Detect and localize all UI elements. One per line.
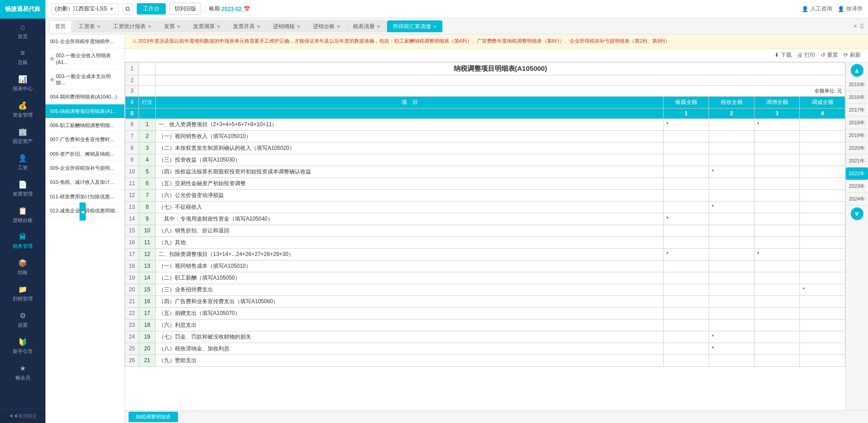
left-item-label: 005-纳税调整项目明细表(A1... xyxy=(50,108,117,114)
year-up-button[interactable]: ▲ xyxy=(851,64,863,77)
workbench-button[interactable]: 工作台 xyxy=(137,3,166,15)
year-item-2020[interactable]: 2020年 xyxy=(846,142,868,155)
left-item-6[interactable]: 007-广告费和业务宣传费时... xyxy=(45,133,124,147)
close-icon[interactable]: ✕ xyxy=(337,24,340,29)
close-icon[interactable]: ✕ xyxy=(177,24,180,29)
sidebar-item-sales[interactable]: 📋 进销台账 xyxy=(0,202,45,228)
collapse-panel-button[interactable]: ◀ xyxy=(79,202,86,221)
table-row: 8 3 （二）未按权责发生制原则确认的收入（填写A105020） xyxy=(125,142,845,154)
table-row: 10 5 （四）按权益法核算长期股权投资对初始投资成本调整确认收益 * xyxy=(125,166,845,177)
left-item-7[interactable]: 008-资产折旧、摊销及纳税... xyxy=(45,147,124,161)
table-row: 2 xyxy=(125,75,845,85)
tab-invoice-issue[interactable]: 发票开具 ✕ xyxy=(227,20,266,32)
year-item-2017[interactable]: 2017年 xyxy=(846,104,868,117)
topbar: (勿删）江西股宝-LSS ▼ ⧉ 工作台 切到旧版 账期 2023-02 📅 👤… xyxy=(45,0,868,18)
tab-tax-list-label: 税表清册 xyxy=(353,23,375,30)
support-button[interactable]: 👤 人工咨询 xyxy=(802,5,832,13)
sidebar-item-guide[interactable]: 🔰 新手引导 xyxy=(0,333,45,359)
sidebar-item-reports[interactable]: 📊 报表中心 xyxy=(0,70,45,97)
tab-salary-label: 工资表 xyxy=(79,23,95,30)
sidebar-item-invoice[interactable]: 📄 发票管理 xyxy=(0,176,45,202)
close-icon[interactable]: ✕ xyxy=(257,24,260,29)
sidebar-item-assets[interactable]: 🏢 固定资产 xyxy=(0,123,45,149)
year-item-2016[interactable]: 2016年 xyxy=(846,91,868,104)
year-down-button[interactable]: ▼ xyxy=(851,207,863,220)
tab-invoice-label: 发票 xyxy=(164,23,175,30)
tab-home-label: 首页 xyxy=(55,23,66,30)
ledger-icon: ≡ xyxy=(20,49,25,57)
user-menu[interactable]: 👤 徐泽华 xyxy=(838,5,863,13)
tab-close-all-icon[interactable]: ✕ xyxy=(853,23,858,30)
left-item-4[interactable]: 005-纳税调整项目明细表(A1... xyxy=(45,104,124,118)
close-icon[interactable]: ✕ xyxy=(97,24,100,29)
unpin-button[interactable]: ◀◀ 取消固定 xyxy=(0,409,45,423)
year-item-2018[interactable]: 2018年 xyxy=(846,117,868,129)
tab-salary[interactable]: 工资表 ✕ xyxy=(73,20,106,32)
table-row: 15 10 （八）销售折扣、折让和退回 xyxy=(125,225,845,236)
sidebar-item-ledger[interactable]: ≡ 总账 xyxy=(0,44,45,70)
close-icon[interactable]: ✕ xyxy=(433,24,436,29)
tab-sales-audit[interactable]: 进销稽核 ✕ xyxy=(267,20,306,32)
tabbar: 首页 工资表 ✕ 工资统计报表 ✕ 发票 ✕ 发票测算 ✕ 发票开具 ✕ 进销稽… xyxy=(45,18,868,34)
left-item-label: 009-企业所得税弥补亏损明... xyxy=(50,165,114,171)
left-item-10[interactable]: 011-研发费用加计扣除优惠... xyxy=(45,190,124,204)
sub-header-row: 5 1 2 3 4 xyxy=(125,108,845,118)
download-icon: ⬇ xyxy=(774,52,779,58)
tab-more-icon[interactable]: ☰ xyxy=(859,23,864,30)
copy-icon[interactable]: ⧉ xyxy=(122,3,133,15)
year-nav-down: ▼ xyxy=(846,206,868,222)
tab-invoice-calc[interactable]: 发票测算 ✕ xyxy=(187,20,226,32)
close-icon[interactable]: ✕ xyxy=(148,24,151,29)
tab-home[interactable]: 首页 xyxy=(49,20,72,32)
bottom-tab-tax-adjust[interactable]: 纳税调整明细表 xyxy=(129,412,178,422)
switch-old-button[interactable]: 切到旧版 xyxy=(169,3,201,15)
close-icon[interactable]: ✕ xyxy=(297,24,300,29)
error-icon: ⊗ xyxy=(50,55,54,62)
year-item-2023[interactable]: 2023年 xyxy=(846,180,868,193)
year-nav-up: ▲ xyxy=(846,62,868,79)
app-logo: 畅捷通易代账 xyxy=(0,0,45,19)
left-item-8[interactable]: 009-企业所得税弥补亏损明... xyxy=(45,161,124,175)
company-selector[interactable]: (勿删）江西股宝-LSS ▼ xyxy=(51,3,119,15)
table-row: 20 15 （三）业务招待费支出 * xyxy=(125,284,845,295)
year-item-2019[interactable]: 2019年 xyxy=(846,129,868,142)
sidebar-item-home[interactable]: ⌂ 首页 xyxy=(0,19,45,44)
tab-sales-ledger[interactable]: 进销台账 ✕ xyxy=(307,20,346,32)
year-item-2015[interactable]: 2015年 xyxy=(846,79,868,91)
close-icon[interactable]: ✕ xyxy=(217,24,220,29)
sidebar-item-archive[interactable]: 📁 归档管理 xyxy=(0,280,45,307)
left-item-0[interactable]: 001-企业所得税年度纳税申... xyxy=(45,34,124,49)
refresh-button[interactable]: ⟳ 刷新 xyxy=(843,51,861,59)
calendar-icon[interactable]: 📅 xyxy=(243,6,250,12)
left-item-2[interactable]: ⊗ 003-一般企业成本支出明细... xyxy=(45,69,124,90)
year-item-2024[interactable]: 2024年 xyxy=(846,193,868,206)
left-item-9[interactable]: 010-免税、减计收入及加计... xyxy=(45,175,124,189)
finance-icon: 💰 xyxy=(18,101,27,110)
sheet-table: 1 纳税调整项目明细表(A105000) 2 xyxy=(125,62,845,367)
reset-button[interactable]: ↺ 重置 xyxy=(821,51,838,59)
tab-tax-list[interactable]: 税表清册 ✕ xyxy=(347,20,386,32)
table-row: 17 12 二、扣除类调整项目（13+14+...24+26+27+28+29+… xyxy=(125,248,845,260)
table-row: 21 16 （四）广告费和业务宣传费支出（填写A105060） xyxy=(125,295,845,307)
sidebar-item-member[interactable]: ★ 畅会员 xyxy=(0,359,45,386)
close-icon[interactable]: ✕ xyxy=(377,24,380,29)
left-item-1[interactable]: ⊗ 002-一般企业收入明细表(A1... xyxy=(45,49,124,69)
download-button[interactable]: ⬇ 下载 xyxy=(774,51,792,59)
table-container[interactable]: 1 纳税调整项目明细表(A105000) 2 xyxy=(125,62,845,410)
sidebar-item-finance[interactable]: 💰 资金管理 xyxy=(0,97,45,123)
print-button[interactable]: 🖨 打印 xyxy=(797,51,815,59)
sidebar-item-salary[interactable]: 👤 工资 xyxy=(0,149,45,176)
table-row: 24 19 （七）罚金、罚款和被没收财物的损失 * xyxy=(125,331,845,343)
table-row: 18 13 （一）视同销售成本（填写A105010） xyxy=(125,260,845,272)
left-item-5[interactable]: 006-职工薪酬纳税调整明细... xyxy=(45,118,124,133)
tab-income-tax-label: 所得税汇算清缴 xyxy=(393,23,431,30)
tab-invoice[interactable]: 发票 ✕ xyxy=(158,20,186,32)
sidebar-item-settings[interactable]: ⚙ 设置 xyxy=(0,307,45,333)
year-item-2022[interactable]: 2022年 xyxy=(846,167,868,180)
sidebar-item-tax[interactable]: 🏛 税务管理 xyxy=(0,228,45,254)
sidebar-item-closing[interactable]: 📦 结账 xyxy=(0,254,45,280)
tab-salary-stats[interactable]: 工资统计报表 ✕ xyxy=(107,20,157,32)
tab-income-tax[interactable]: 所得税汇算清缴 ✕ xyxy=(387,20,442,32)
left-item-3[interactable]: 004-期间费用明细表(A1040...) xyxy=(45,90,124,104)
year-item-2021[interactable]: 2021年 xyxy=(846,155,868,167)
